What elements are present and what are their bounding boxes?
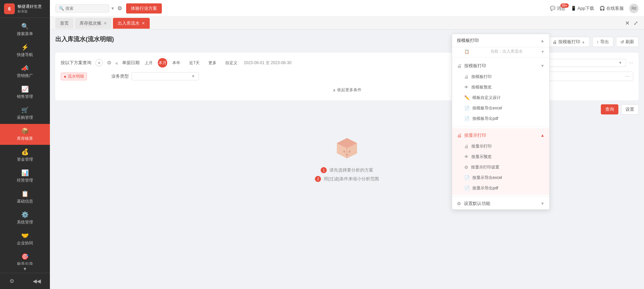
template-print-item-icon: 🖨 xyxy=(464,74,469,79)
sidebar-item-basic[interactable]: 📋 基础信息 xyxy=(0,187,50,208)
dropdown-current-template[interactable]: 📋 当前：出入库流水 ▼ xyxy=(452,47,549,56)
query-label: 查询 xyxy=(605,106,614,112)
tab-inventory-batch-close[interactable]: ✕ xyxy=(104,21,107,26)
sidebar-item-marketing[interactable]: 📣 营销推广 xyxy=(0,61,50,82)
sidebar-item-search[interactable]: 🔍 搜索菜单 xyxy=(0,19,50,40)
inventory-icon: 📦 xyxy=(21,127,29,135)
template-custom-icon: ✏️ xyxy=(464,95,470,100)
default-function-item[interactable]: ⚙ 设置默认功能 ▼ xyxy=(452,198,549,209)
system-icon: ⚙️ xyxy=(21,211,29,218)
query-btn[interactable]: 查询 xyxy=(601,104,618,114)
filter-settings-icon[interactable]: ⚙ xyxy=(107,60,111,66)
dropdown-close-arrow[interactable]: ▲ xyxy=(540,38,545,43)
display-preview-item[interactable]: 👁 按显示预览 xyxy=(452,152,549,162)
tabbar: 首页 库存批次账 ✕ 出入库流水 ✕ ✕ ⤢ xyxy=(50,17,644,30)
display-export-excel-item[interactable]: 📄 按显示导出excel xyxy=(452,173,549,183)
tab-home-label: 首页 xyxy=(60,20,69,26)
date-last-month-btn[interactable]: 上月 xyxy=(141,59,156,67)
topbar-chevron-icon[interactable]: ▼ xyxy=(111,6,115,11)
sidebar-item-system[interactable]: ⚙️ 系统管理 xyxy=(0,208,50,229)
filter-add-btn[interactable]: + xyxy=(95,59,103,67)
sidebar-settings-btn[interactable]: ⚙ xyxy=(8,277,16,286)
topbar-search-box[interactable]: 🔍 xyxy=(55,4,109,12)
display-print-item[interactable]: 🖨 按显示打印 xyxy=(452,141,549,152)
display-settings-icon: ⚙ xyxy=(464,165,468,170)
dropdown-divider-2 xyxy=(452,127,549,127)
cooperation-icon: 🤝 xyxy=(21,232,29,239)
filter-scheme-label: 按以下方案查询 xyxy=(61,60,91,66)
template-print-btn[interactable]: 🖨 按模板打印 ▲ xyxy=(548,37,590,47)
display-export-pdf-item[interactable]: 📄 按显示导出pdf xyxy=(452,183,549,193)
display-preview-label: 按显示预览 xyxy=(471,154,492,160)
date-last-7-days-btn[interactable]: 近7天 xyxy=(185,59,203,67)
sidebar-collapse-btn[interactable]: ◀◀ xyxy=(31,277,42,286)
sidebar-item-finance[interactable]: 💰 资金管理 xyxy=(0,145,50,166)
sidebar-item-guide[interactable]: 🎯 新手引导 xyxy=(0,249,50,265)
user-avatar[interactable]: Rit xyxy=(629,4,639,13)
tab-inventory-batch[interactable]: 库存批次账 ✕ xyxy=(75,18,112,29)
template-export-pdf-icon: 📄 xyxy=(464,116,470,121)
sidebar-item-purchase[interactable]: 🛒 采购管理 xyxy=(0,103,50,124)
date-custom-btn[interactable]: 自定义 xyxy=(222,59,241,67)
tab-home[interactable]: 首页 xyxy=(55,18,74,29)
default-function-label: 设置默认功能 xyxy=(464,201,490,207)
flow-detail-tag[interactable]: ● 流水明细 xyxy=(61,73,87,80)
industry-btn[interactable]: 体验行业方案 xyxy=(126,3,162,14)
tab-inventory-flow-close[interactable]: ✕ xyxy=(142,21,145,26)
doc-type-more-icon[interactable]: ··· xyxy=(629,60,633,66)
template-export-excel-item[interactable]: 📄 按模板导出excel xyxy=(452,103,549,113)
export-label: 导出 xyxy=(600,39,609,45)
template-section-icon: 🖨 xyxy=(457,63,462,69)
quick-nav-icon: ⚡ xyxy=(21,44,29,51)
template-section-arrow: ▼ xyxy=(540,63,545,68)
step-2-num: 2 xyxy=(315,176,321,182)
export-btn[interactable]: ↑ 导出 xyxy=(592,37,614,47)
sidebar-item-quick-nav[interactable]: ⚡ 快捷导航 xyxy=(0,40,50,61)
template-custom-item[interactable]: ✏️ 模板自定义设计 xyxy=(452,93,549,103)
template-print-item[interactable]: 🖨 按模板打印 xyxy=(452,72,549,82)
template-export-pdf-item[interactable]: 📄 按模板导出pdf xyxy=(452,113,549,124)
warehouse-more-icon[interactable]: ··· xyxy=(625,73,630,79)
tab-close-all-btn[interactable]: ✕ xyxy=(624,19,630,27)
search-input[interactable] xyxy=(65,6,106,11)
template-print-label: 按模板打印 xyxy=(558,39,580,45)
template-section-header[interactable]: 🖨 按模板打印 ▼ xyxy=(452,60,549,72)
date-this-month-btn[interactable]: 本月 xyxy=(158,58,167,68)
tab-inventory-flow[interactable]: 出入库流水 ✕ xyxy=(113,18,150,29)
sidebar-item-sales[interactable]: 📈 销售管理 xyxy=(0,82,50,103)
tab-expand-btn[interactable]: ⤢ xyxy=(633,19,639,27)
display-print-item-label: 按显示打印 xyxy=(471,143,492,149)
sidebar-item-cooperation[interactable]: 🤝 企业协同 xyxy=(0,229,50,249)
app-version: 标准版 xyxy=(18,9,42,14)
date-this-year-btn[interactable]: 本年 xyxy=(169,59,184,67)
headset-icon: 🎧 xyxy=(599,6,605,11)
customer-service-btn[interactable]: 🎧 在线客服 xyxy=(599,5,624,11)
display-section-header[interactable]: 🖨 按显示打印 ▲ xyxy=(452,130,549,141)
finance-icon: 💰 xyxy=(21,148,29,156)
sidebar-item-inventory[interactable]: 📦 库存核算 xyxy=(0,124,50,145)
topbar-settings-icon[interactable]: ⚙ xyxy=(117,5,122,11)
message-btn[interactable]: 💬 消息 99+ xyxy=(550,5,565,11)
filter-collapse-icon[interactable]: « xyxy=(115,60,118,66)
template-section-label: 按模板打印 xyxy=(464,63,486,69)
date-more-btn[interactable]: 更多 xyxy=(205,59,220,67)
export-icon: ↑ xyxy=(597,40,599,45)
chevron-up-icon: ∧ xyxy=(333,88,336,93)
sidebar-item-label: 采购管理 xyxy=(17,115,33,121)
message-badge: 99+ xyxy=(560,3,569,8)
sales-icon: 📈 xyxy=(21,85,29,93)
business-type-field[interactable]: ▼ xyxy=(131,72,199,80)
template-preview-item[interactable]: 👁 按模板预览 xyxy=(452,82,549,93)
sidebar-item-operation[interactable]: 📊 经营管理 xyxy=(0,166,50,187)
sidebar-scroll-down[interactable]: ▼ xyxy=(0,265,50,273)
flow-detail-label: 流水明细 xyxy=(68,74,84,79)
main-area: 🔍 ▼ ⚙ 体验行业方案 💬 消息 99+ 📱 App下载 🎧 在线客服 Rit xyxy=(50,0,644,289)
settings-label: 设置 xyxy=(625,106,634,112)
app-download-btn[interactable]: 📱 App下载 xyxy=(571,5,594,11)
logo-icon: 6 xyxy=(4,3,15,14)
display-print-settings-item[interactable]: ⚙ 按显示打印设置 xyxy=(452,162,549,173)
display-export-pdf-label: 按显示导出pdf xyxy=(472,185,498,191)
settings-btn[interactable]: 设置 xyxy=(621,104,639,114)
refresh-btn[interactable]: ↺ 刷新 xyxy=(616,37,639,47)
step-1-text: 请先选择要分析的方案 xyxy=(329,167,373,173)
